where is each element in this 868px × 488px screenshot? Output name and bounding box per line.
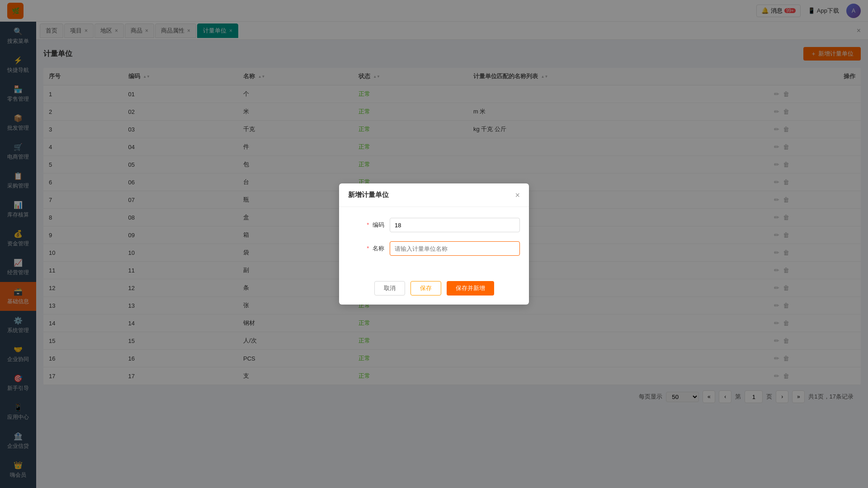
code-required-mark: * [367,221,369,228]
name-label: * 名称 [348,244,384,253]
name-required-mark: * [367,245,369,252]
modal-body: * 编码 * 名称 [339,207,529,276]
modal-footer: 取消 保存 保存并新增 [339,276,529,305]
modal-overlay[interactable]: 新增计量单位 × * 编码 * 名称 取消 保存 保存并新增 [0,0,868,488]
add-unit-modal: 新增计量单位 × * 编码 * 名称 取消 保存 保存并新增 [339,183,529,305]
save-button[interactable]: 保存 [410,281,441,296]
code-form-row: * 编码 [348,218,520,232]
modal-header: 新增计量单位 × [339,183,529,207]
modal-close-button[interactable]: × [515,191,520,199]
name-form-row: * 名称 [348,241,520,256]
code-label: * 编码 [348,221,384,229]
save-new-button[interactable]: 保存并新增 [447,281,494,296]
name-input[interactable] [390,241,520,256]
code-input[interactable] [390,218,520,232]
modal-title: 新增计量单位 [348,191,389,199]
cancel-button[interactable]: 取消 [374,281,405,296]
